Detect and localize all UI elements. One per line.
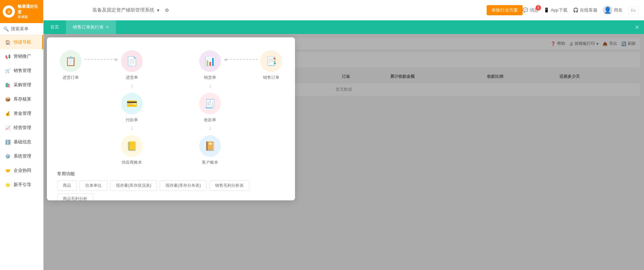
flow-down-arrows-1: ↓ ↓ (57, 83, 285, 89)
tab-sales-order[interactable]: 销售订单执行表 ✕ (66, 20, 116, 34)
sidebar-item-basic-info[interactable]: ℹ️ 基础信息 (0, 135, 43, 149)
download-icon: 📱 (544, 7, 549, 13)
func-btn-2[interactable]: 现存量(库存状况表) (110, 180, 157, 191)
tab-home[interactable]: 首页 (43, 20, 66, 34)
sidebar-search[interactable]: 🔍 搜索菜单 (0, 23, 43, 35)
ea-badge: Ea (628, 6, 639, 14)
basic-info-icon: ℹ️ (5, 139, 11, 145)
sidebar-item-finance[interactable]: 💰 资金管理 (0, 106, 43, 121)
sales-order-node[interactable]: 📑 (258, 48, 285, 75)
supplier-icon: 📒 (126, 141, 137, 151)
flow-down-arrows-2: ↓ ↓ (57, 125, 285, 131)
arrow-sales-order-to-bill: ◀ (224, 57, 258, 62)
tab-close-icon[interactable]: ✕ (106, 25, 109, 30)
func-btn-3[interactable]: 现存量(库存分布表) (160, 180, 207, 191)
online-service-btn[interactable]: 🎧 在线客服 (573, 7, 597, 13)
user-menu[interactable]: 👤 用友 (603, 5, 623, 15)
payment-bill-node[interactable]: 💳 (118, 90, 145, 117)
header-title: 装备及固定资产辅助管理系统 ▾ ⚙ (92, 7, 483, 13)
sidebar-item-inventory[interactable]: 📦 库存核算 (0, 92, 43, 106)
flow-middle-labels: 付款单 收款单 (57, 117, 285, 123)
payment-bill-label: 付款单 (118, 117, 145, 123)
func-btn-4[interactable]: 销售毛利分析表 (209, 180, 249, 191)
func-btn-1[interactable]: 往来单位 (80, 180, 107, 191)
sidebar-item-enterprise[interactable]: 🤝 企业协同 (0, 163, 43, 178)
search-icon: 🔍 (3, 26, 9, 32)
modal-box: 📋 ▶ 📄 📊 (47, 37, 295, 200)
system-icon: ⚙️ (5, 153, 11, 159)
sidebar-nav: 🏠 快捷导航 📢 营销推广 🛒 销售管理 🛍️ 采购管理 📦 库存核算 💰 资金… (0, 35, 43, 270)
purchase-order-icon: 📋 (65, 56, 76, 67)
customer-account-label: 客户账本 (196, 160, 224, 165)
service-icon: 🎧 (573, 7, 578, 13)
logo-icon: U (3, 5, 15, 18)
receipt-bill-node[interactable]: 🧾 (196, 90, 224, 117)
try-industry-btn[interactable]: 体验行业方案 (487, 5, 523, 15)
modal-overlay[interactable]: 📋 ▶ 📄 📊 (43, 34, 644, 270)
message-icon: 💬 (523, 7, 528, 13)
sidebar-item-purchase[interactable]: 🛍️ 采购管理 (0, 78, 43, 92)
purchase-bill-icon: 📄 (126, 56, 137, 67)
sidebar-item-sales[interactable]: 🛒 销售管理 (0, 64, 43, 78)
common-functions: 常用功能 商品往来单位现存量(库存状况表)现存量(库存分布表)销售毛利分析表商品… (57, 171, 285, 200)
flow-middle-row: 💳 🧾 (57, 90, 285, 117)
sidebar-item-system[interactable]: ⚙️ 系统管理 (0, 149, 43, 163)
svg-text:U: U (7, 10, 10, 14)
newbie-icon: 🌟 (5, 182, 11, 188)
settings-icon[interactable]: ⚙ (165, 7, 169, 13)
sidebar-item-operation[interactable]: 📈 经营管理 (0, 121, 43, 135)
home-icon: 🏠 (5, 39, 11, 45)
sales-bill-node[interactable]: 📊 (196, 48, 224, 75)
flow-top-row: 📋 ▶ 📄 📊 (57, 48, 285, 75)
flow-bottom-row: 📒 📔 (57, 132, 285, 160)
sidebar-logo: U 畅康通好生意 标准版 (0, 0, 43, 23)
func-btn-0[interactable]: 商品 (57, 180, 77, 191)
customer-icon: 📔 (205, 141, 215, 151)
marketing-icon: 📢 (5, 53, 11, 59)
supplier-account-label: 供应商账本 (118, 160, 145, 165)
tab-bar: 首页 销售订单执行表 ✕ ✕ (43, 20, 644, 34)
purchase-icon: 🛍️ (5, 82, 11, 88)
message-btn[interactable]: 💬 消息 6 (523, 7, 538, 13)
receipt-bill-label: 收款单 (196, 117, 224, 123)
sales-icon: 🛒 (5, 68, 11, 74)
sales-order-icon: 📑 (266, 56, 277, 67)
common-func-title: 常用功能 (57, 171, 285, 177)
logo-text: 畅康通好生意 标准版 (18, 4, 40, 19)
enterprise-icon: 🤝 (5, 167, 11, 174)
purchase-bill-node[interactable]: 📄 (118, 48, 145, 75)
supplier-account-node[interactable]: 📒 (118, 132, 145, 160)
operation-icon: 📈 (5, 125, 11, 131)
avatar: 👤 (603, 5, 612, 15)
sidebar-item-quick-nav[interactable]: 🏠 快捷导航 (0, 35, 43, 49)
sidebar-item-marketing[interactable]: 📢 营销推广 (0, 49, 43, 64)
main-header: 装备及固定资产辅助管理系统 ▾ ⚙ 体验行业方案 💬 消息 6 📱 App下载 … (43, 0, 644, 20)
sales-bill-icon: 📊 (205, 56, 215, 67)
purchase-order-label: 进货订单 (57, 75, 84, 80)
arrow-purchase-to-bill: ▶ (84, 57, 118, 62)
sales-order-label: 销售订单 (258, 75, 285, 80)
purchase-order-node[interactable]: 📋 (57, 48, 84, 75)
app-download-btn[interactable]: 📱 App下载 (544, 7, 567, 13)
inventory-icon: 📦 (5, 96, 11, 102)
payment-icon: 💳 (126, 98, 137, 109)
func-btn-5[interactable]: 商品毛利分析 (57, 194, 93, 200)
customer-account-node[interactable]: 📔 (196, 132, 224, 160)
flow-top-labels: 进货订单 进货单 销货单 销售订单 (57, 75, 285, 80)
receipt-icon: 🧾 (205, 98, 215, 109)
func-buttons: 商品往来单位现存量(库存状况表)现存量(库存分布表)销售毛利分析表商品毛利分析销… (57, 180, 285, 200)
purchase-bill-label: 进货单 (118, 75, 145, 80)
sidebar-item-newbie[interactable]: 🌟 新手引导 (0, 178, 43, 192)
flow-bottom-labels: 供应商账本 客户账本 (57, 160, 285, 165)
header-dropdown-icon[interactable]: ▾ (157, 7, 159, 13)
tab-bar-close-btn[interactable]: ✕ (630, 20, 644, 34)
header-right: 💬 消息 6 📱 App下载 🎧 在线客服 👤 用友 Ea (523, 5, 639, 15)
sales-bill-label: 销货单 (196, 75, 224, 80)
sidebar: U 畅康通好生意 标准版 🔍 搜索菜单 🏠 快捷导航 📢 营销推广 🛒 销售管理… (0, 0, 43, 270)
finance-icon: 💰 (5, 110, 11, 116)
